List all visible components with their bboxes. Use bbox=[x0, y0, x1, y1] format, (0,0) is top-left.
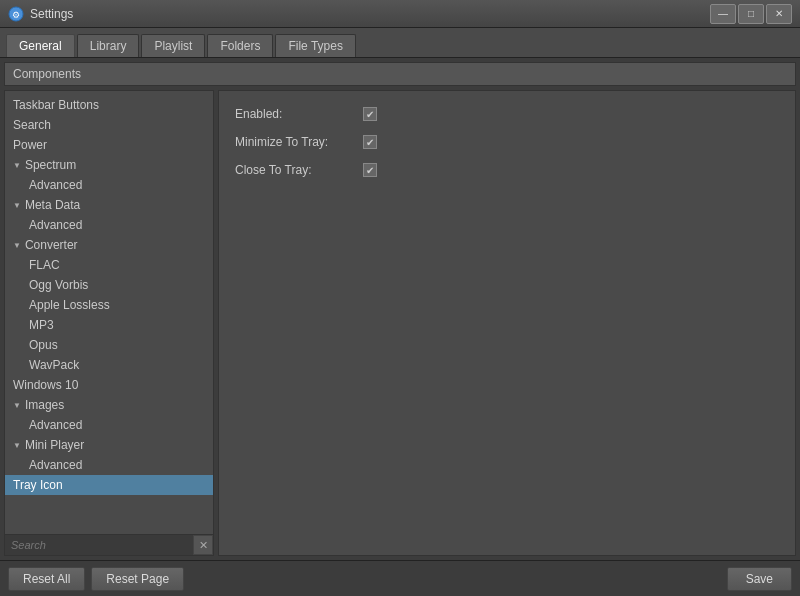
svg-text:⚙: ⚙ bbox=[12, 9, 20, 19]
save-button[interactable]: Save bbox=[727, 567, 792, 591]
sidebar-item-metadata[interactable]: ▼ Meta Data bbox=[5, 195, 213, 215]
tab-folders[interactable]: Folders bbox=[207, 34, 273, 57]
sidebar-item-ogg[interactable]: Ogg Vorbis bbox=[5, 275, 213, 295]
sidebar-item-images-advanced[interactable]: Advanced bbox=[5, 415, 213, 435]
reset-page-button[interactable]: Reset Page bbox=[91, 567, 184, 591]
sidebar-item-taskbar-buttons[interactable]: Taskbar Buttons bbox=[5, 95, 213, 115]
sidebar-item-flac[interactable]: FLAC bbox=[5, 255, 213, 275]
sidebar-item-mp3[interactable]: MP3 bbox=[5, 315, 213, 335]
content-area: Taskbar Buttons Search Power ▼ Spectrum … bbox=[4, 90, 796, 556]
close-label: Close To Tray: bbox=[235, 163, 355, 177]
enabled-label: Enabled: bbox=[235, 107, 355, 121]
tab-bar: General Library Playlist Folders File Ty… bbox=[0, 28, 800, 58]
minimize-row: Minimize To Tray: bbox=[235, 135, 779, 149]
right-panel: Enabled: Minimize To Tray: Close To Tray… bbox=[218, 90, 796, 556]
sidebar-search: ✕ bbox=[5, 534, 213, 555]
reset-all-button[interactable]: Reset All bbox=[8, 567, 85, 591]
app-icon: ⚙ bbox=[8, 6, 24, 22]
close-checkbox[interactable] bbox=[363, 163, 377, 177]
sidebar-item-search[interactable]: Search bbox=[5, 115, 213, 135]
sidebar-item-spectrum[interactable]: ▼ Spectrum bbox=[5, 155, 213, 175]
search-input[interactable] bbox=[5, 535, 193, 555]
sidebar-item-opus[interactable]: Opus bbox=[5, 335, 213, 355]
sidebar: Taskbar Buttons Search Power ▼ Spectrum … bbox=[4, 90, 214, 556]
components-header: Components bbox=[4, 62, 796, 86]
converter-arrow: ▼ bbox=[13, 241, 21, 250]
minimize-button[interactable]: — bbox=[710, 4, 736, 24]
sidebar-item-trayicon[interactable]: Tray Icon bbox=[5, 475, 213, 495]
sidebar-item-windows10[interactable]: Windows 10 bbox=[5, 375, 213, 395]
maximize-button[interactable]: □ bbox=[738, 4, 764, 24]
bottom-bar: Reset All Reset Page Save bbox=[0, 560, 800, 596]
tab-general[interactable]: General bbox=[6, 34, 75, 57]
titlebar: ⚙ Settings — □ ✕ bbox=[0, 0, 800, 28]
sidebar-item-wavpack[interactable]: WavPack bbox=[5, 355, 213, 375]
tab-playlist[interactable]: Playlist bbox=[141, 34, 205, 57]
sidebar-item-miniplayer-advanced[interactable]: Advanced bbox=[5, 455, 213, 475]
metadata-arrow: ▼ bbox=[13, 201, 21, 210]
close-row: Close To Tray: bbox=[235, 163, 779, 177]
minimize-label: Minimize To Tray: bbox=[235, 135, 355, 149]
miniplayer-arrow: ▼ bbox=[13, 441, 21, 450]
tab-library[interactable]: Library bbox=[77, 34, 140, 57]
sidebar-item-images[interactable]: ▼ Images bbox=[5, 395, 213, 415]
sidebar-list: Taskbar Buttons Search Power ▼ Spectrum … bbox=[5, 91, 213, 534]
enabled-checkbox[interactable] bbox=[363, 107, 377, 121]
sidebar-item-spectrum-advanced[interactable]: Advanced bbox=[5, 175, 213, 195]
spectrum-arrow: ▼ bbox=[13, 161, 21, 170]
sidebar-item-metadata-advanced[interactable]: Advanced bbox=[5, 215, 213, 235]
window-title: Settings bbox=[30, 7, 710, 21]
minimize-checkbox[interactable] bbox=[363, 135, 377, 149]
enabled-row: Enabled: bbox=[235, 107, 779, 121]
main-container: Components Taskbar Buttons Search Power … bbox=[0, 58, 800, 560]
sidebar-item-apple-lossless[interactable]: Apple Lossless bbox=[5, 295, 213, 315]
sidebar-item-converter[interactable]: ▼ Converter bbox=[5, 235, 213, 255]
close-button[interactable]: ✕ bbox=[766, 4, 792, 24]
sidebar-item-miniplayer[interactable]: ▼ Mini Player bbox=[5, 435, 213, 455]
tab-filetypes[interactable]: File Types bbox=[275, 34, 355, 57]
images-arrow: ▼ bbox=[13, 401, 21, 410]
sidebar-item-power[interactable]: Power bbox=[5, 135, 213, 155]
window-controls: — □ ✕ bbox=[710, 4, 792, 24]
search-clear-button[interactable]: ✕ bbox=[193, 535, 213, 555]
sidebar-items[interactable]: Taskbar Buttons Search Power ▼ Spectrum … bbox=[5, 91, 213, 534]
